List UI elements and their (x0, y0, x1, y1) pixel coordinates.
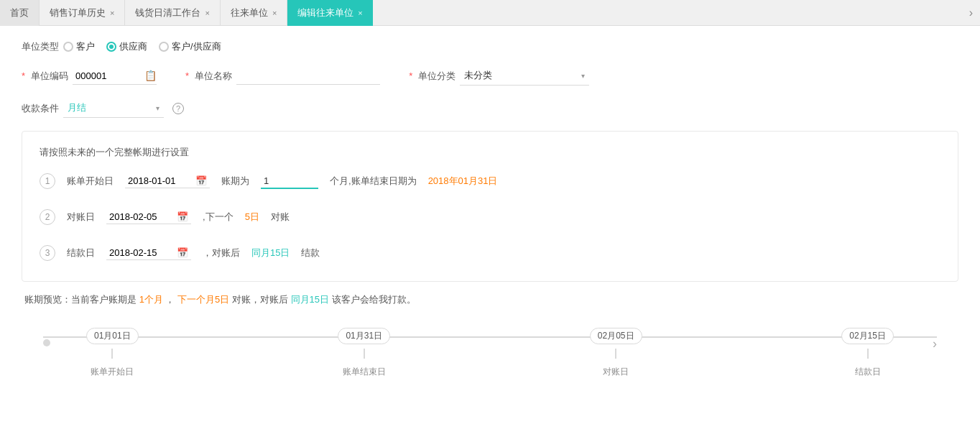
unit-category-arrow: ▾ (581, 72, 585, 80)
step-num-2: 2 (40, 209, 55, 225)
tab-home[interactable]: 首页 (0, 0, 40, 26)
unit-name-star: * (185, 70, 189, 81)
step-desc-3-prefix: ，对账后 (203, 247, 240, 259)
timeline-point-2: 01月31日 账单结束日 (338, 328, 390, 378)
radio-circle-both (159, 42, 169, 52)
timeline-label-4: 结款日 (855, 366, 881, 378)
radio-supplier-label: 供应商 (119, 40, 147, 53)
cal-icon-1[interactable]: 📅 (195, 175, 207, 186)
timeline-points: › 01月01日 账单开始日 01月31日 账单结束日 02月05日 对账日 (43, 328, 937, 378)
payment-dropdown[interactable]: 月结 ▾ (63, 98, 164, 118)
step-desc-2-prefix: ,下一个 (203, 211, 234, 224)
unit-name-input[interactable]: 河南供应商22 (236, 68, 380, 85)
step-label-1: 账单开始日 (67, 175, 114, 188)
step-desc-1-suffix: 个月,账单结束日期为 (330, 175, 417, 188)
step-label-3: 结款日 (67, 247, 95, 259)
tab-more[interactable]: › (962, 6, 980, 19)
timeline: › 01月01日 账单开始日 01月31日 账单结束日 02月05日 对账日 (22, 321, 958, 400)
step-row-1: 1 账单开始日 📅 账期为 个月,账单结束日期为 2018年01月31日 (40, 173, 940, 189)
preview-comma1: ， (165, 294, 175, 305)
radio-customer[interactable]: 客户 (63, 40, 95, 53)
timeline-connector-1 (111, 349, 113, 359)
preview-middle: 对账，对账后 (232, 294, 288, 305)
step-desc-2-suffix: 对账 (271, 211, 290, 224)
tab-close-counterparty[interactable]: × (272, 9, 277, 17)
step-date-input-3[interactable] (109, 247, 174, 258)
preview-section: 账期预览：当前客户账期是 1个月 ， 下一个月5日 对账，对账后 同月15日 该… (22, 293, 958, 414)
preview-part3: 同月15日 (291, 294, 329, 305)
timeline-point-4: 02月15日 结款日 (841, 328, 894, 378)
preview-label: 账期预览：当前客户账期是 (24, 294, 137, 305)
step-desc-1-prefix: 账期为 (221, 175, 249, 188)
tab-edit-counterparty[interactable]: 编辑往来单位× (287, 0, 372, 26)
tab-bar: 首页销售订单历史×钱货日清工作台×往来单位×编辑往来单位×› (0, 0, 980, 26)
payment-field: 收款条件 月结 ▾ ? (22, 98, 184, 118)
unit-code-input-wrap: 📋 (73, 68, 157, 85)
unit-category-select[interactable]: 未分类 ▾ (460, 66, 589, 86)
tab-label-cash-work: 钱货日清工作台 (135, 6, 200, 19)
tab-label-sales-order-history: 销售订单历史 (50, 6, 106, 19)
unit-type-field: 单位类型 客户 供应商 客户/供应商 (22, 40, 221, 53)
unit-code-label: 单位编码 (31, 70, 68, 83)
preview-text: 账期预览：当前客户账期是 1个月 ， 下一个月5日 对账，对账后 同月15日 该… (22, 293, 958, 306)
step-date-3: 📅 (106, 246, 191, 260)
radio-circle-supplier (106, 42, 116, 52)
unit-code-input[interactable] (73, 68, 144, 84)
cal-icon-3[interactable]: 📅 (177, 247, 188, 258)
timeline-badge-1: 01月01日 (86, 328, 139, 344)
tab-sales-order-history[interactable]: 销售订单历史× (40, 0, 125, 26)
tab-close-edit-counterparty[interactable]: × (358, 9, 362, 17)
step-desc-3-suffix: 结款 (301, 247, 320, 259)
payment-help-icon[interactable]: ? (172, 103, 184, 114)
tab-counterparty[interactable]: 往来单位× (221, 0, 287, 26)
tab-close-cash-work[interactable]: × (205, 9, 209, 17)
step-row-2: 2 对账日 📅 ,下一个 5日 对账 (40, 209, 940, 225)
timeline-label-1: 账单开始日 (91, 366, 134, 378)
payment-value: 月结 (68, 101, 156, 114)
tab-close-sales-order-history[interactable]: × (110, 9, 114, 17)
timeline-end-arrow: › (933, 336, 937, 351)
unit-category-field: * 单位分类 未分类 ▾ (409, 66, 589, 86)
unit-code-icon[interactable]: 📋 (144, 70, 157, 81)
step-reconcile-day: 5日 (245, 211, 259, 224)
step-date-input-1[interactable] (128, 175, 193, 186)
timeline-badge-4: 02月15日 (841, 328, 894, 344)
step-num-3: 3 (40, 245, 55, 261)
payment-row: 收款条件 月结 ▾ ? (22, 98, 958, 118)
step-date-input-2[interactable] (109, 211, 174, 222)
tab-cash-work[interactable]: 钱货日清工作台× (125, 0, 220, 26)
step-row-3: 3 结款日 📅 ，对账后 同月15日 结款 (40, 245, 940, 261)
unit-code-star: * (22, 70, 25, 81)
radio-both[interactable]: 客户/供应商 (159, 40, 221, 53)
cal-icon-2[interactable]: 📅 (177, 211, 188, 222)
tab-label-counterparty: 往来单位 (231, 6, 268, 19)
timeline-label-3: 对账日 (603, 366, 629, 378)
radio-group: 客户 供应商 客户/供应商 (63, 40, 221, 53)
radio-circle-customer (63, 42, 73, 52)
card-section: 请按照未来的一个完整帐期进行设置 1 账单开始日 📅 账期为 个月,账单结束日期… (22, 131, 958, 282)
step-date-2: 📅 (106, 210, 191, 224)
preview-part1: 1个月 (139, 294, 163, 305)
step-months-input[interactable] (261, 174, 318, 189)
timeline-connector-2 (364, 349, 365, 359)
radio-supplier[interactable]: 供应商 (106, 40, 147, 53)
unit-category-label: 单位分类 (418, 70, 456, 83)
preview-part2: 下一个月5日 (177, 294, 229, 305)
preview-suffix: 该客户会给我打款。 (332, 294, 416, 305)
radio-both-label: 客户/供应商 (172, 40, 221, 53)
step-date-1: 📅 (125, 174, 210, 188)
timeline-connector-4 (867, 349, 869, 359)
code-name-row: * 单位编码 📋 * 单位名称 河南供应商22 * 单位分类 未分类 ▾ (22, 66, 958, 86)
timeline-start-cap (43, 339, 50, 346)
step-end-date: 2018年01月31日 (428, 175, 498, 188)
timeline-point-1: 01月01日 账单开始日 (86, 328, 139, 378)
unit-category-star: * (409, 70, 412, 81)
main-content: 单位类型 客户 供应商 客户/供应商 * 单位编码 (0, 26, 980, 437)
payment-label: 收款条件 (22, 102, 59, 115)
card-title: 请按照未来的一个完整帐期进行设置 (40, 146, 940, 159)
timeline-badge-3: 02月05日 (590, 328, 642, 344)
step-payment-day: 同月15日 (251, 247, 290, 259)
tab-label-home: 首页 (10, 6, 29, 19)
unit-code-field: * 单位编码 📋 (22, 68, 157, 85)
step-num-1: 1 (40, 173, 55, 189)
